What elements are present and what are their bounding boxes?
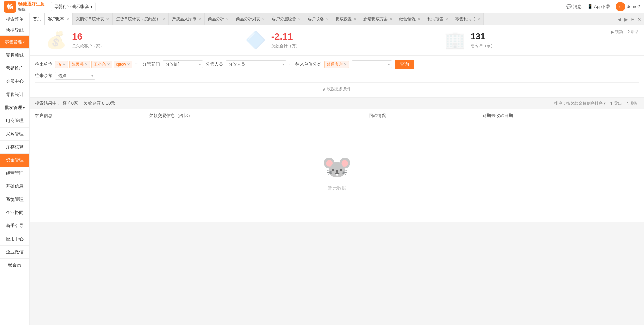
close-tab-promotion-settings[interactable]: ✕ — [354, 17, 356, 21]
account-select[interactable]: 母婴行业演示帐套 ▾ — [51, 2, 96, 11]
summary-card-overdue-customers: 💰 16 总欠款客户（家） — [38, 30, 237, 50]
close-tab-purchase-order[interactable]: ✕ — [106, 17, 109, 21]
close-tab-product-analysis[interactable]: ✕ — [226, 17, 229, 21]
unit-class-tag-common[interactable]: 普通客户 ✕ — [324, 61, 349, 68]
app-download-btn[interactable]: 📱 App下载 — [587, 4, 610, 10]
close-tab-new-promotion[interactable]: ✕ — [390, 17, 392, 21]
sidebar-item-purchase[interactable]: 采购管理 — [0, 128, 29, 141]
sidebar-search[interactable]: 搜索菜单 — [0, 13, 29, 25]
sidebar-item-retail-mall[interactable]: 零售商城 — [0, 49, 29, 62]
chevron-icon: ▾ — [23, 40, 25, 44]
tabs-close-all-btn[interactable]: ✕ — [637, 16, 642, 23]
sidebar-item-vip-member[interactable]: 畅会员 — [0, 259, 29, 272]
close-tab-customer-account[interactable]: ✕ — [66, 17, 69, 21]
query-button[interactable]: 查询 — [395, 60, 414, 69]
close-tab-purchase-stats[interactable]: ✕ — [162, 17, 165, 21]
tab-promotion-settings[interactable]: 提成设置 ✕ — [332, 13, 360, 25]
tab-product-analysis[interactable]: 商品分析 ✕ — [205, 13, 232, 25]
remove-tag-chen[interactable]: ✕ — [85, 62, 88, 67]
export-btn[interactable]: ⬆ 导出 — [610, 101, 622, 106]
unit-tags-more[interactable]: ··· — [134, 61, 140, 68]
sidebar-quick-nav[interactable]: 快捷导航 — [0, 25, 29, 36]
unit-tag-wang[interactable]: 王小亮 ✕ — [91, 61, 112, 68]
unit-tag-cjttcw[interactable]: cjttcw ✕ — [114, 61, 132, 68]
sidebar-item-system[interactable]: 系统管理 — [0, 193, 29, 206]
filter-area: 往来单位 伍 ✕ 陈民强 ✕ 王小亮 ✕ — [30, 56, 644, 98]
sidebar-item-basic-info[interactable]: 基础信息 — [0, 180, 29, 193]
filter-row-1: 往来单位 伍 ✕ 陈民强 ✕ 王小亮 ✕ — [35, 60, 639, 69]
sidebar-item-ecommerce[interactable]: 电商管理 — [0, 114, 29, 128]
unit-tag-chen[interactable]: 陈民强 ✕ — [69, 61, 90, 68]
close-tab-product-inbound[interactable]: ✕ — [198, 17, 201, 21]
close-tab-business-overview[interactable]: ✕ — [418, 17, 420, 21]
remove-tag-common[interactable]: ✕ — [344, 62, 347, 67]
tab-product-analysis-list[interactable]: 商品分析列表 ✕ — [232, 13, 268, 25]
sidebar-item-marketing[interactable]: 营销推广 — [0, 62, 29, 75]
sidebar-item-wholesale-management[interactable]: 批发管理 ▾ — [0, 101, 29, 114]
tabs-menu-btn[interactable]: ⊟ — [630, 16, 635, 23]
tab-customer-tier[interactable]: 客户分层经营 ✕ — [268, 13, 304, 25]
tab-home[interactable]: 首页 — [30, 13, 45, 25]
chevron-up-icon: ∧ — [323, 87, 326, 92]
tab-new-promotion[interactable]: 新增提成方案 ✕ — [360, 13, 396, 25]
manager-select[interactable]: 分管人员 — [226, 60, 286, 68]
sidebar-item-inventory[interactable]: 库存核算 — [0, 141, 29, 154]
sidebar-item-retail-stats[interactable]: 零售统计 — [0, 88, 29, 101]
top-right: 💬 消息 📱 App下载 d demo2 — [566, 2, 640, 11]
remove-tag-wang[interactable]: ✕ — [107, 62, 110, 67]
overdue-customers-icon: 💰 — [46, 30, 67, 50]
close-tab-profit-report[interactable]: ✕ — [445, 17, 448, 21]
sidebar-item-new-guide[interactable]: 新手引导 — [0, 219, 29, 232]
remove-tag-cjttcw[interactable]: ✕ — [127, 62, 130, 67]
tab-purchase-stats[interactable]: 进货单统计表（按商品） ✕ — [113, 13, 169, 25]
sidebar-item-enterprise-collab[interactable]: 企业协同 — [0, 206, 29, 219]
tab-customer-contact[interactable]: 客户联络 ✕ — [304, 13, 332, 25]
avatar: d — [616, 2, 625, 11]
logo-icon: 畅 — [4, 1, 16, 13]
tabs-next-btn[interactable]: ▶ — [624, 16, 629, 23]
tab-business-overview[interactable]: 经营情况 ✕ — [396, 13, 424, 25]
export-icon: ⬆ — [610, 101, 613, 106]
sidebar-item-app-center[interactable]: 应用中心 — [0, 232, 29, 246]
unit-tag-wu[interactable]: 伍 ✕ — [55, 61, 68, 68]
sidebar-item-operations[interactable]: 经营管理 — [0, 167, 29, 180]
close-tab-retail-profit[interactable]: ✕ — [477, 17, 480, 21]
collapse-button[interactable]: ∧ 收起更多条件 — [320, 85, 354, 93]
dept-select[interactable]: 分管部门 — [163, 60, 203, 68]
tab-profit-report[interactable]: 利润报告 ✕ — [424, 13, 452, 25]
top-bar: 畅 畅捷通好生意 标版 母婴行业演示帐套 ▾ 💬 消息 📱 App下载 d de… — [0, 0, 644, 13]
remove-tag-wu[interactable]: ✕ — [62, 62, 66, 67]
table-body: 🐭 暂元数据 — [30, 122, 644, 222]
tab-retail-profit[interactable]: 零售利润（ ✕ — [452, 13, 484, 25]
balance-select[interactable]: 选择... — [55, 72, 95, 80]
close-tab-product-analysis-list[interactable]: ✕ — [262, 17, 265, 21]
manager-more-icon[interactable]: ··· — [289, 62, 293, 67]
tabs-prev-btn[interactable]: ◀ — [617, 16, 622, 23]
logo-area: 畅 畅捷通好生意 标版 — [4, 1, 44, 13]
user-area[interactable]: d demo2 — [616, 2, 640, 11]
tab-product-inbound[interactable]: 产成品入库单 ✕ — [169, 13, 205, 25]
message-btn[interactable]: 💬 消息 — [566, 4, 582, 10]
overdue-total-label: 欠款合计（万） — [271, 43, 300, 49]
close-tab-customer-contact[interactable]: ✕ — [326, 17, 329, 21]
tab-purchase-order[interactable]: 采购订单统计表 ✕ — [73, 13, 113, 25]
dept-label: 分管部门 — [142, 61, 160, 67]
sidebar-item-enterprise-wechat[interactable]: 企业微信 — [0, 246, 29, 259]
sort-label[interactable]: 排序：按欠款金额倒序排序 ▾ — [554, 101, 606, 106]
tabs-controls: ◀ ▶ ⊟ ✕ — [615, 16, 644, 23]
video-link[interactable]: ▶ 视频 — [611, 29, 623, 35]
sidebar-item-finance[interactable]: 资金管理 — [0, 154, 29, 167]
help-link[interactable]: ? 帮助 — [627, 29, 639, 35]
message-icon: 💬 — [566, 4, 572, 9]
empty-cell: 🐭 暂元数据 — [30, 122, 644, 222]
close-tab-customer-tier[interactable]: ✕ — [298, 17, 301, 21]
sidebar-item-member-center[interactable]: 会员中心 — [0, 75, 29, 88]
play-icon: ▶ — [611, 30, 614, 34]
refresh-icon: ↻ — [626, 101, 630, 106]
tab-customer-account[interactable]: 客户账本 ✕ — [45, 13, 73, 25]
table-container: 客户信息 欠款交易信息（占比） 回款情况 到期未收款日期 🐭 — [30, 109, 644, 222]
refresh-btn[interactable]: ↻ 刷新 — [626, 101, 639, 106]
unit-class-select[interactable] — [352, 60, 392, 68]
sidebar-item-retail-management[interactable]: 零售管理 ▾ — [0, 36, 29, 49]
empty-state: 🐭 暂元数据 — [35, 126, 639, 218]
